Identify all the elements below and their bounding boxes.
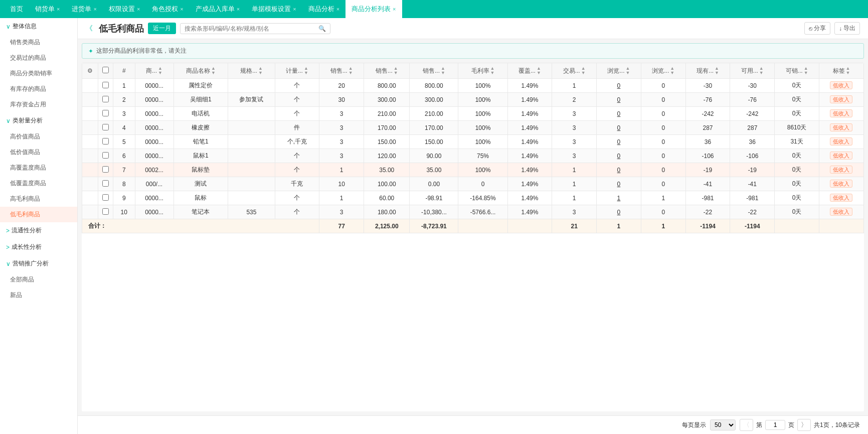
row-checkbox[interactable] — [102, 110, 109, 116]
cell-available-stock: -19 — [730, 163, 775, 177]
sidebar-item-stock-capital[interactable]: 库存资金占用 — [0, 97, 77, 112]
sidebar-group-overall[interactable]: ∨ 整体信息 — [0, 18, 77, 35]
nav-permission-settings[interactable]: 权限设置× — [103, 0, 146, 18]
cell-settings — [82, 191, 98, 205]
th-available-stock[interactable]: 可用...▲▼ — [730, 63, 775, 79]
row-checkbox[interactable] — [102, 96, 109, 102]
nav-purchase-order[interactable]: 进货单× — [66, 0, 102, 18]
page-size-select[interactable]: 50 100 200 — [710, 419, 736, 430]
th-trade-count[interactable]: 交易...▲▼ — [552, 63, 597, 79]
page-title: 低毛利商品 — [99, 23, 144, 35]
sidebar-group-marketing[interactable]: ∨ 营销推广分析 — [0, 255, 77, 272]
nav-template-settings[interactable]: 单据模板设置× — [246, 0, 302, 18]
cell-checkbox[interactable] — [98, 121, 113, 135]
cell-view1[interactable]: 1 — [597, 191, 641, 205]
search-input[interactable] — [185, 25, 316, 32]
nav-product-analysis[interactable]: 商品分析× — [302, 0, 345, 18]
cell-checkbox[interactable] — [98, 191, 113, 205]
th-sales-amt[interactable]: 销售...▲▼ — [364, 63, 410, 79]
cell-view1[interactable]: 0 — [597, 177, 641, 191]
sidebar-item-low-coverage[interactable]: 低覆盖度商品 — [0, 176, 77, 191]
th-unit[interactable]: 计量...▲▼ — [275, 63, 319, 79]
cell-view1[interactable]: 0 — [597, 205, 641, 219]
row-checkbox[interactable] — [102, 138, 109, 144]
th-name[interactable]: 商品名称▲▼ — [173, 63, 228, 79]
export-button[interactable]: ↓ 导出 — [834, 22, 860, 35]
th-sellable-days[interactable]: 可销...▲▼ — [775, 63, 819, 79]
sidebar-group-liquidity[interactable]: > 流通性分析 — [0, 222, 77, 239]
sidebar-item-high-margin[interactable]: 高毛利商品 — [0, 191, 77, 207]
prev-page-button[interactable]: 〈 — [740, 419, 753, 431]
row-checkbox[interactable] — [102, 194, 109, 201]
sidebar-item-all-products[interactable]: 全部商品 — [0, 272, 77, 287]
sidebar-item-new-products[interactable]: 新品 — [0, 287, 77, 303]
cell-sales-profit: 90.00 — [410, 149, 458, 163]
share-button[interactable]: ⎋ 分享 — [804, 22, 830, 35]
th-code[interactable]: 商...▲▼ — [135, 63, 173, 79]
sidebar-item-in-stock[interactable]: 有库存的商品 — [0, 81, 77, 97]
nav-home[interactable]: 首页 — [4, 0, 29, 18]
sidebar-item-low-value[interactable]: 低价值商品 — [0, 144, 77, 160]
sidebar-item-traded-products[interactable]: 交易过的商品 — [0, 50, 77, 66]
cell-current-stock: 36 — [685, 135, 730, 149]
next-page-button[interactable]: 〉 — [797, 419, 811, 431]
th-coverage[interactable]: 覆盖...▲▼ — [507, 63, 552, 79]
th-view2[interactable]: 浏览...▲▼ — [641, 63, 685, 79]
row-checkbox[interactable] — [102, 208, 109, 215]
cell-view1[interactable]: 0 — [597, 121, 641, 135]
cell-view1[interactable]: 0 — [597, 149, 641, 163]
row-checkbox[interactable] — [102, 152, 109, 159]
th-sales-profit[interactable]: 销售...▲▼ — [410, 63, 458, 79]
cell-view1[interactable]: 0 — [597, 135, 641, 149]
th-index: # — [113, 63, 135, 79]
cell-checkbox[interactable] — [98, 93, 113, 107]
row-checkbox[interactable] — [102, 82, 109, 88]
cell-code: 0000... — [135, 121, 173, 135]
header-actions: ⎋ 分享 ↓ 导出 — [804, 22, 860, 35]
row-checkbox[interactable] — [102, 180, 109, 187]
sidebar-group-category-analysis[interactable]: ∨ 类射量分析 — [0, 112, 77, 129]
th-current-stock[interactable]: 现有...▲▼ — [685, 63, 730, 79]
sidebar-item-sales-products[interactable]: 销售类商品 — [0, 35, 77, 50]
cell-checkbox[interactable] — [98, 149, 113, 163]
cell-trade-count: 1 — [552, 163, 597, 177]
th-spec[interactable]: 规格...▲▼ — [228, 63, 275, 79]
select-all-checkbox[interactable] — [102, 67, 109, 73]
page-number-input[interactable] — [765, 420, 785, 430]
cell-current-stock: -19 — [685, 163, 730, 177]
cell-checkbox[interactable] — [98, 107, 113, 121]
cell-sellable-days: 0天 — [775, 107, 819, 121]
th-gross-margin[interactable]: 毛利率▲▼ — [458, 63, 507, 79]
cell-view1[interactable]: 0 — [597, 79, 641, 93]
cell-checkbox[interactable] — [98, 79, 113, 93]
cell-checkbox[interactable] — [98, 177, 113, 191]
search-icon[interactable]: 🔍 — [318, 25, 326, 32]
date-filter-button[interactable]: 近一月 — [148, 23, 176, 34]
th-settings[interactable]: ⚙ — [82, 63, 98, 79]
cell-checkbox[interactable] — [98, 205, 113, 219]
cell-checkbox[interactable] — [98, 163, 113, 177]
table-container[interactable]: ⚙ # 商...▲▼ 商品名称▲▼ 规格...▲▼ 计量...▲▼ 销售...▲… — [82, 63, 864, 411]
cell-view1[interactable]: 0 — [597, 163, 641, 177]
cell-gross-margin: 100% — [458, 79, 507, 93]
table-footer: 合计： 77 2,125.00 -8,723.91 21 1 1 -1194 -… — [82, 219, 864, 233]
sidebar-item-low-margin[interactable]: 低毛利商品 — [0, 207, 77, 222]
cell-view1[interactable]: 0 — [597, 107, 641, 121]
sidebar-item-category-rate[interactable]: 商品分类助销率 — [0, 66, 77, 81]
cell-view1[interactable]: 0 — [597, 93, 641, 107]
th-checkbox[interactable] — [98, 63, 113, 79]
collapse-sidebar-btn[interactable]: 《 — [86, 24, 93, 33]
nav-product-analysis-list[interactable]: 商品分析列表× — [345, 0, 402, 18]
th-sales-qty[interactable]: 销售...▲▼ — [319, 63, 364, 79]
sidebar-item-high-value[interactable]: 高价值商品 — [0, 129, 77, 144]
nav-finished-goods[interactable]: 产成品入库单× — [190, 0, 246, 18]
th-tag[interactable]: 标签▲▼ — [819, 63, 863, 79]
row-checkbox[interactable] — [102, 124, 109, 130]
nav-sales-order[interactable]: 销货单× — [29, 0, 66, 18]
sidebar-item-high-coverage[interactable]: 高覆盖度商品 — [0, 160, 77, 176]
nav-role-auth[interactable]: 角色授权× — [146, 0, 189, 18]
sidebar-group-growth[interactable]: > 成长性分析 — [0, 239, 77, 255]
row-checkbox[interactable] — [102, 166, 109, 173]
cell-checkbox[interactable] — [98, 135, 113, 149]
th-view1[interactable]: 浏览...▲▼ — [597, 63, 641, 79]
